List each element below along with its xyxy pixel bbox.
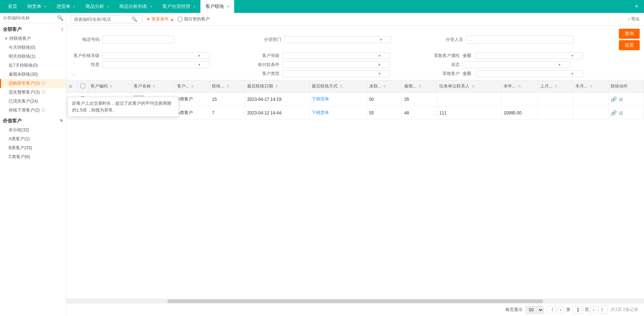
filter-label-payment: 收付款条件 — [251, 62, 279, 68]
sidebar-group-pending-contact[interactable]: ▼ 待联络客户 — [0, 34, 66, 43]
row2-this-month — [573, 106, 608, 120]
row1-link-icon[interactable]: 🔗 — [611, 96, 617, 102]
set-button[interactable]: 设置 — [619, 40, 640, 50]
nav-customer-contact[interactable]: 客户联络 × — [200, 0, 234, 13]
sidebar-collapse-btn[interactable]: 《 — [59, 27, 63, 32]
row1-actions: 🔗 ⊞ — [608, 93, 644, 106]
sort-icon-name[interactable]: ⇅ — [153, 84, 156, 88]
nav-product-analysis-close[interactable]: × — [107, 4, 109, 9]
query-button[interactable]: 查询 — [619, 29, 640, 39]
per-page-select[interactable]: 50 20 100 — [525, 306, 544, 314]
sort-icon-type[interactable]: ⇅ — [191, 84, 194, 88]
search-input[interactable] — [74, 17, 131, 22]
sidebar: 🔍 全部客户 《 ▼ 待联络客户 今天待联络(0) 明天待联络(1) 近7天待联… — [0, 13, 66, 316]
sort-icon-overdue[interactable]: ⇅ — [418, 84, 421, 88]
window-close[interactable]: × — [632, 3, 641, 10]
row2-link-icon[interactable]: 🔗 — [611, 110, 617, 116]
nav-product-analysis[interactable]: 商品分析 × — [80, 0, 114, 13]
filter-customer-type-select[interactable]: ▼ — [282, 70, 390, 77]
sort-icon-method[interactable]: ⇅ — [340, 84, 343, 88]
filter-nature-select[interactable]: ▼ — [102, 61, 210, 68]
row1-method-link[interactable]: 下销货单 — [312, 96, 329, 102]
row2-customer-type: A类客户 — [175, 106, 210, 120]
sort-icon-date[interactable]: ⇅ — [275, 84, 278, 88]
sidebar-item-loss-warning[interactable]: 流失预警客户(3) ⓘ — [0, 88, 66, 97]
sidebar-item-declining-customers[interactable]: 持续下滑客户(2) ⓘ — [0, 106, 66, 115]
sidebar-item-lost-customers[interactable]: 已流失客户(24) — [0, 97, 66, 106]
total-text: 共1页 2条记录 — [611, 307, 638, 313]
page-input[interactable] — [573, 306, 583, 313]
content-area: 距客户上次交易时长，超过了此客户的平均交易周期的1.5倍，则视为异常。 🔍 ▼ … — [66, 13, 644, 316]
row2-last-contact-method: 下销货单 — [310, 106, 367, 120]
chevron-down-icon-7: ▼ — [377, 63, 381, 67]
nav-purchase-order[interactable]: 进货单 × — [51, 0, 80, 13]
my-customers-checkbox[interactable] — [178, 17, 182, 22]
nav-sales-order[interactable]: 销货单 × — [22, 0, 51, 13]
horizontal-scrollbar[interactable] — [66, 299, 644, 303]
row2-method-link[interactable]: 下销货单 — [312, 110, 329, 115]
row2-actions: 🔗 ⊞ — [608, 106, 644, 120]
nav-home[interactable]: 首页 — [3, 0, 22, 13]
value-customers-title: 价值客户 ✎ — [0, 116, 66, 126]
row2-grid-icon[interactable]: ⊞ — [619, 110, 623, 116]
filter-customer-grade-select[interactable]: ▼ — [282, 52, 390, 59]
category-search-input[interactable] — [3, 15, 57, 20]
export-button[interactable]: ↑ 导出 — [628, 16, 640, 22]
filter-section-payment: 收付款条件 ▼ — [251, 61, 428, 68]
filter-retail-customer-select[interactable]: ▼ — [476, 70, 583, 77]
chevron-down-icon-5: ▼ — [571, 54, 574, 58]
sidebar-item-today-contact[interactable]: 今天待联络(0) — [0, 43, 66, 52]
select-all-checkbox[interactable] — [80, 84, 85, 88]
sidebar-item-repurchase-abnormal[interactable]: 回购异常客户(2) ⓘ — [0, 79, 66, 88]
nav-product-analysis-list-close[interactable]: × — [150, 4, 152, 9]
sidebar-item-a-class[interactable]: A类客户(1) — [0, 135, 66, 143]
row1-grid-icon[interactable]: ⊞ — [619, 96, 623, 102]
sidebar-item-tomorrow-contact[interactable]: 明天待联络(1) — [0, 52, 66, 61]
filter-section-more: ... — [71, 71, 248, 76]
sort-icon-thismonth[interactable]: ⇅ — [590, 84, 593, 88]
nav-purchase-order-close[interactable]: × — [73, 4, 75, 9]
sidebar-item-b-class[interactable]: B类客户(33) — [0, 143, 66, 152]
row2-action-icons: 🔗 ⊞ — [611, 110, 641, 116]
sort-icon-lastmonth[interactable]: ⇅ — [555, 84, 557, 88]
first-page-btn[interactable]: 《 — [547, 306, 556, 314]
sidebar-item-ungroup[interactable]: 未分组(32) — [0, 126, 66, 135]
prev-page-btn[interactable]: ‹ — [557, 306, 564, 313]
my-customers-filter[interactable]: 我分管的客户 — [178, 16, 210, 22]
table-gear-icon[interactable]: ⚙ — [69, 84, 73, 89]
nav-customer-contact-close[interactable]: × — [227, 4, 229, 9]
last-page-btn[interactable]: 》 — [598, 306, 608, 314]
more-filter-btn[interactable]: ... — [71, 71, 77, 76]
page-nav: 《 ‹ 第 页 › 》 — [547, 306, 608, 314]
sort-icon-unit[interactable]: ⇅ — [472, 84, 474, 88]
filter-dept-select[interactable]: ▼ — [284, 36, 392, 43]
sort-icon-contact[interactable]: ⇅ — [226, 84, 229, 88]
sort-icon-unlisted[interactable]: ⇅ — [383, 84, 386, 88]
filter-row-3: 性质 ▼ 收付款条件 ▼ 状态 — [71, 61, 640, 68]
nav-customer-segmentation-close[interactable]: × — [193, 4, 195, 9]
nav-product-analysis-list[interactable]: 商品分析列表 × — [114, 0, 157, 13]
nav-sales-order-close[interactable]: × — [44, 4, 46, 9]
sidebar-item-7day-contact[interactable]: 近7天待联络(0) — [0, 61, 66, 70]
sidebar-body: 全部客户 《 ▼ 待联络客户 今天待联络(0) 明天待联络(1) 近7天待联络(… — [0, 23, 66, 316]
filter-price-grade-select[interactable]: ▼ — [102, 52, 210, 59]
row2-unit-contact: 111 — [437, 106, 501, 120]
filter-phone-input[interactable] — [102, 36, 174, 43]
scrollbar-thumb[interactable] — [167, 300, 543, 303]
sort-icon-year[interactable]: ⇅ — [518, 84, 521, 88]
sort-icon[interactable]: ⇅ — [110, 84, 112, 88]
filter-retail-attr-select[interactable]: ▼ — [476, 52, 583, 59]
sidebar-item-c-class[interactable]: C类客户(6) — [0, 152, 66, 161]
edit-icon[interactable]: ✎ — [60, 118, 63, 123]
arrow-icon: ▼ — [4, 37, 8, 41]
sidebar-item-overdue-contact[interactable]: 逾期未联络(30) — [0, 70, 66, 79]
col-customer-code: 客户编码 ⇅ — [88, 80, 131, 93]
nav-customer-segmentation[interactable]: 客户分层经营 × — [157, 0, 200, 13]
row1-this-year — [501, 93, 538, 106]
more-conditions-btn[interactable]: ▼ 更多条件 ▲ — [146, 16, 174, 22]
filter-person-select[interactable]: ... — [466, 36, 574, 43]
next-page-btn[interactable]: › — [590, 306, 597, 313]
filter-payment-select[interactable]: ▼ — [282, 61, 390, 68]
chevron-down-icon-3: ▼ — [198, 54, 201, 58]
filter-status-select[interactable]: ▼ — [463, 61, 570, 68]
